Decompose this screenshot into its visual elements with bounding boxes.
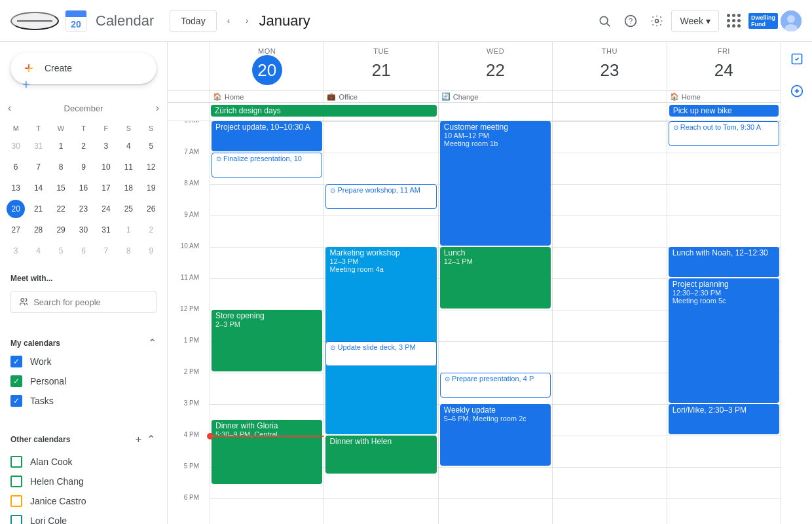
mini-cal-day[interactable]: 15 bbox=[52, 179, 70, 197]
calendar-event[interactable]: ⊙ Prepare workshop, 11 AM bbox=[325, 184, 436, 209]
calendar-event[interactable]: Dinner with Gloria5:30–9 PM, Central bbox=[212, 420, 322, 484]
mini-cal-day[interactable]: 30 bbox=[7, 137, 25, 155]
calendar-event[interactable]: Customer meeting10 AM–12 PMMeeting room … bbox=[440, 121, 551, 246]
mini-cal-day[interactable]: 30 bbox=[74, 221, 92, 239]
mini-cal-day[interactable]: 18 bbox=[119, 179, 138, 197]
calendar-event[interactable]: ⊙ Update slide deck, 3 PM bbox=[325, 341, 436, 366]
search-people-box[interactable] bbox=[10, 291, 157, 313]
calendar-event[interactable]: Lunch12–1 PM bbox=[440, 247, 551, 309]
mini-cal-day[interactable]: 11 bbox=[119, 158, 138, 176]
other-calendar-item[interactable]: Alan Cook bbox=[10, 452, 157, 472]
day-number[interactable]: 24 bbox=[709, 55, 739, 85]
mini-cal-day[interactable]: 13 bbox=[7, 179, 25, 197]
next-button[interactable]: › bbox=[240, 10, 253, 31]
mini-cal-day[interactable]: 2 bbox=[142, 221, 160, 239]
help-button[interactable]: ? bbox=[619, 9, 642, 33]
settings-button[interactable] bbox=[645, 9, 669, 33]
today-button[interactable]: Today bbox=[170, 10, 216, 32]
menu-button[interactable] bbox=[10, 12, 59, 30]
calendar-event[interactable]: Lori/Mike, 2:30–3 PM bbox=[669, 404, 779, 434]
mini-cal-day[interactable]: 6 bbox=[74, 242, 92, 260]
mini-cal-day[interactable]: 22 bbox=[52, 200, 70, 218]
apps-button[interactable] bbox=[722, 9, 746, 33]
mini-cal-day[interactable]: 12 bbox=[142, 158, 160, 176]
search-button[interactable] bbox=[593, 9, 616, 33]
day-number[interactable]: 21 bbox=[366, 55, 396, 85]
my-calendar-item[interactable]: ✓ Personal bbox=[10, 371, 157, 391]
mini-cal-day[interactable]: 5 bbox=[52, 242, 70, 260]
calendar-event[interactable]: ⊙ Reach out to Tom, 9:30 A bbox=[669, 121, 779, 146]
view-selector[interactable]: Week ▾ bbox=[671, 10, 719, 32]
mini-cal-day[interactable]: 19 bbox=[142, 179, 160, 197]
location-cell[interactable]: 🏠Home bbox=[667, 91, 781, 102]
day-number[interactable]: 23 bbox=[595, 55, 625, 85]
right-panel-blue-btn[interactable] bbox=[785, 79, 809, 106]
other-calendar-item[interactable]: Lori Cole bbox=[10, 511, 157, 524]
other-calendar-item[interactable]: Janice Castro bbox=[10, 491, 157, 511]
mini-cal-day[interactable]: 2 bbox=[74, 137, 92, 155]
mini-cal-day[interactable]: 1 bbox=[52, 137, 70, 155]
mini-cal-day[interactable]: 20 bbox=[7, 200, 25, 218]
calendar-event[interactable]: Weekly update5–6 PM, Meeting room 2c bbox=[440, 404, 551, 466]
mini-cal-day[interactable]: 3 bbox=[7, 242, 25, 260]
calendar-event[interactable]: ⊙ Finalize presentation, 10 bbox=[212, 153, 322, 178]
mini-cal-day[interactable]: 6 bbox=[7, 158, 25, 176]
mini-cal-day[interactable]: 4 bbox=[29, 242, 48, 260]
mini-cal-day[interactable]: 26 bbox=[142, 200, 160, 218]
day-number[interactable]: 22 bbox=[481, 55, 511, 85]
scroll-area[interactable]: 6 AM7 AM8 AM9 AM10 AM11 AM12 PM1 PM2 PM3… bbox=[168, 121, 781, 524]
user-avatar[interactable] bbox=[781, 10, 802, 31]
search-people-input[interactable] bbox=[33, 297, 148, 307]
calendar-event[interactable]: Project update, 10–10:30 A bbox=[212, 121, 322, 151]
mini-cal-day[interactable]: 21 bbox=[29, 200, 48, 218]
right-panel-task-btn[interactable] bbox=[785, 47, 809, 74]
mini-cal-day[interactable]: 27 bbox=[7, 221, 25, 239]
mini-cal-day[interactable]: 8 bbox=[119, 242, 138, 260]
calendar-event[interactable]: Lunch with Noah, 12–12:30 bbox=[669, 247, 779, 277]
mini-cal-prev[interactable]: ‹ bbox=[5, 100, 14, 117]
location-cell[interactable]: 💼Office bbox=[323, 91, 437, 102]
hour-line bbox=[553, 404, 666, 405]
day-number[interactable]: 20 bbox=[252, 55, 282, 85]
mini-cal-day[interactable]: 16 bbox=[74, 179, 92, 197]
calendar-event[interactable]: Marketing workshop12–3 PMMeeting room 4a bbox=[325, 247, 436, 434]
mini-cal-day[interactable]: 1 bbox=[119, 221, 138, 239]
mini-cal-day[interactable]: 24 bbox=[97, 200, 115, 218]
all-day-event[interactable]: Pick up new bike bbox=[669, 105, 779, 117]
calendar-event[interactable]: Store opening2–3 PM bbox=[212, 310, 322, 371]
meet-with-header[interactable]: Meet with... bbox=[10, 271, 157, 286]
mini-cal-day[interactable]: 9 bbox=[74, 158, 92, 176]
collapse-other-cal-button[interactable]: ⌃ bbox=[145, 432, 157, 447]
prev-button[interactable]: ‹ bbox=[222, 10, 235, 31]
mini-cal-day[interactable]: 31 bbox=[29, 137, 48, 155]
create-button[interactable]: + Create bbox=[10, 52, 157, 84]
mini-cal-day[interactable]: 14 bbox=[29, 179, 48, 197]
mini-cal-day[interactable]: 23 bbox=[74, 200, 92, 218]
add-other-cal-button[interactable]: + bbox=[134, 432, 143, 447]
mini-cal-day[interactable]: 29 bbox=[52, 221, 70, 239]
mini-cal-day[interactable]: 7 bbox=[29, 158, 48, 176]
mini-cal-day[interactable]: 17 bbox=[97, 179, 115, 197]
calendar-event[interactable]: ⊙ Prepare presentation, 4 P bbox=[440, 373, 551, 398]
my-calendar-item[interactable]: ✓ Work bbox=[10, 352, 157, 371]
mini-cal-day[interactable]: 3 bbox=[97, 137, 115, 155]
calendar-event[interactable]: Project planning12:30–2:30 PMMeeting roo… bbox=[669, 278, 779, 403]
mini-cal-day[interactable]: 5 bbox=[142, 137, 160, 155]
mini-cal-day[interactable]: 25 bbox=[119, 200, 138, 218]
mini-cal-day[interactable]: 4 bbox=[119, 137, 138, 155]
my-calendar-item[interactable]: ✓ Tasks bbox=[10, 391, 157, 411]
mini-calendar: ‹ December › MTWTFSS30311234567891011121… bbox=[0, 94, 167, 261]
other-calendar-item[interactable]: Helen Chang bbox=[10, 472, 157, 491]
location-cell[interactable]: 🏠Home bbox=[210, 91, 323, 102]
mini-cal-next[interactable]: › bbox=[153, 100, 162, 117]
all-day-event[interactable]: Zürich design days bbox=[211, 105, 437, 117]
mini-cal-day[interactable]: 7 bbox=[97, 242, 115, 260]
mini-cal-day[interactable]: 8 bbox=[52, 158, 70, 176]
my-calendars-header[interactable]: My calendars ⌃ bbox=[10, 334, 157, 352]
location-cell[interactable]: 🔄Change bbox=[438, 91, 552, 102]
mini-cal-day[interactable]: 31 bbox=[97, 221, 115, 239]
calendar-event[interactable]: Dinner with Helen bbox=[325, 436, 436, 474]
mini-cal-day[interactable]: 9 bbox=[142, 242, 160, 260]
mini-cal-day[interactable]: 28 bbox=[29, 221, 48, 239]
mini-cal-day[interactable]: 10 bbox=[97, 158, 115, 176]
